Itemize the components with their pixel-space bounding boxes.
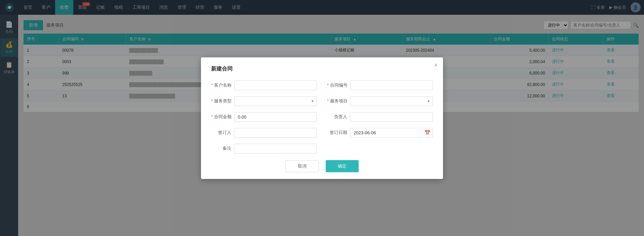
sign-date-label: 签订日期 [327,130,347,136]
service-item-label: 服务项目 [327,98,348,104]
field-responsible: 负责人 [327,112,433,122]
remark-input[interactable] [234,144,317,153]
form-row-5: 备注 [211,144,433,153]
contract-no-input[interactable] [350,81,433,90]
calendar-icon[interactable]: 📅 [425,130,430,135]
modal-footer: 取消 确定 [211,160,433,172]
signatory-label: 签订人 [211,130,231,136]
field-contract-no: 合同编号 [327,81,433,90]
customer-name-label: 客户名称 [211,82,232,88]
form-row-2: 服务类型 ▼ 服务项目 ▼ [211,96,433,106]
field-amount: 合同金额 [211,112,317,122]
signatory-input[interactable] [234,128,317,138]
customer-name-input[interactable] [234,81,317,90]
service-type-select[interactable] [234,96,317,106]
confirm-button[interactable]: 确定 [326,160,359,172]
form-row-4: 签订人 签订日期 📅 [211,128,433,138]
amount-label: 合同金额 [211,114,232,120]
new-contract-modal: × 新建合同 客户名称 合同编号 服务类型 ▼ [201,57,443,179]
field-customer-name: 客户名称 [211,81,317,90]
service-item-select[interactable] [350,96,433,106]
form-row-3: 合同金额 负责人 [211,112,433,122]
responsible-label: 负责人 [327,114,347,120]
remark-label: 备注 [211,145,231,151]
contract-no-label: 合同编号 [327,82,348,88]
field-service-item: 服务项目 ▼ [327,96,433,106]
modal-title: 新建合同 [211,65,433,73]
field-remark: 备注 [211,144,317,153]
modal-overlay[interactable]: × 新建合同 客户名称 合同编号 服务类型 ▼ [0,0,644,236]
cancel-button[interactable]: 取消 [285,160,319,172]
field-signatory: 签订人 [211,128,317,138]
sign-date-input[interactable] [350,128,433,138]
service-type-label: 服务类型 [211,98,232,104]
responsible-input[interactable] [350,112,433,122]
form-row-1: 客户名称 合同编号 [211,81,433,90]
field-sign-date: 签订日期 📅 [327,128,433,138]
field-service-type: 服务类型 ▼ [211,96,317,106]
amount-input[interactable] [234,112,317,122]
modal-close-button[interactable]: × [434,62,438,68]
